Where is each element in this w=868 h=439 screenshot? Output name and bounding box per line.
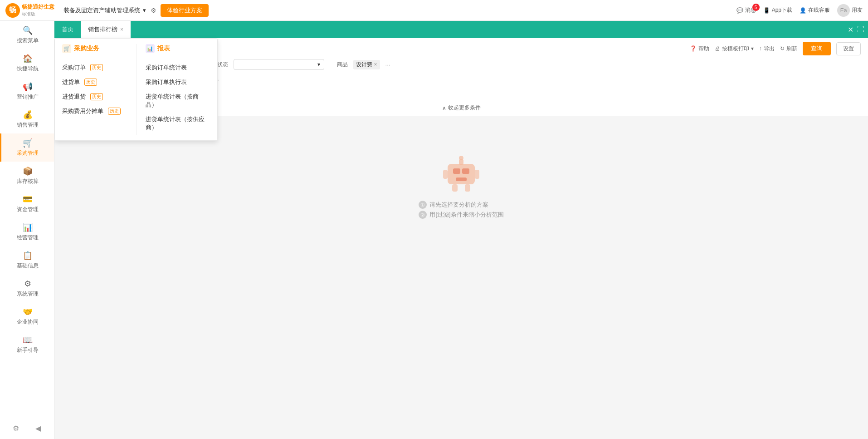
sidebar-item-label: 新手引导 bbox=[17, 346, 39, 354]
logo-text: 畅捷通好生意 标准版 bbox=[22, 4, 54, 17]
sidebar-item-purchase[interactable]: 🛒 采购管理 bbox=[0, 133, 54, 162]
user-avatar: Ea bbox=[837, 4, 850, 17]
goods-tag-close[interactable]: × bbox=[374, 61, 377, 68]
tab-home[interactable]: 首页 bbox=[54, 21, 81, 38]
svg-rect-9 bbox=[465, 184, 470, 192]
dropdown-col1-title: 🛒 采购业务 bbox=[62, 44, 127, 56]
col2-icon: 📊 bbox=[146, 44, 155, 53]
svg-rect-6 bbox=[443, 170, 448, 179]
svg-rect-8 bbox=[452, 184, 458, 192]
dropdown-item-purchase-order[interactable]: 采购订单 历史 bbox=[62, 60, 127, 75]
sidebar-settings-btn[interactable]: ⚙ bbox=[10, 422, 22, 434]
export-btn[interactable]: ↑ 导出 bbox=[759, 45, 775, 53]
tab-close-all-icon[interactable]: ✕ bbox=[848, 25, 853, 34]
sidebar-item-corp[interactable]: 🤝 企业协同 bbox=[0, 302, 54, 330]
dropdown-item-inbound[interactable]: 进货单 历史 bbox=[62, 75, 127, 89]
empty-illustration bbox=[439, 153, 484, 193]
sidebar-item-guide[interactable]: 📖 新手引导 bbox=[0, 330, 54, 359]
query-btn[interactable]: 查询 bbox=[803, 42, 831, 55]
dropdown-item-inbound-stat-goods[interactable]: 进货单统计表（按商品） bbox=[146, 89, 210, 112]
sidebar-item-marketing[interactable]: 📢 营销推广 bbox=[0, 77, 54, 105]
sidebar-item-label: 系统管理 bbox=[17, 290, 39, 298]
svg-rect-1 bbox=[453, 168, 460, 174]
print-btn[interactable]: 🖨 按模板打印 ▾ bbox=[715, 45, 754, 53]
app-download-btn[interactable]: 📱 App下载 bbox=[763, 6, 792, 14]
tab-close-btn[interactable]: × bbox=[120, 26, 123, 33]
svg-rect-2 bbox=[462, 168, 469, 174]
sidebar-item-label: 资金管理 bbox=[17, 206, 39, 213]
refresh-btn[interactable]: ↻ 刷新 bbox=[780, 45, 797, 53]
user-menu-btn[interactable]: Ea 用友 bbox=[837, 4, 863, 17]
sidebar-item-label: 营销推广 bbox=[17, 93, 39, 101]
empty-text: ① 请先选择要分析的方案 ② 用[过滤]条件来缩小分析范围 bbox=[419, 201, 503, 221]
help-btn[interactable]: ❓ 帮助 bbox=[690, 45, 709, 53]
goods-label: 商品 bbox=[337, 61, 348, 69]
online-service-btn[interactable]: 👤 在线客服 bbox=[800, 6, 830, 14]
system-dropdown-btn[interactable]: ▾ bbox=[143, 7, 146, 14]
sidebar-item-label: 销售管理 bbox=[17, 121, 39, 129]
header-system-title: 装备及固定资产辅助管理系统 ▾ ⚙ 体验行业方案 bbox=[60, 4, 736, 17]
doc-status-select[interactable]: ▾ bbox=[234, 59, 324, 70]
top-header: 畅 畅捷通好生意 标准版 装备及固定资产辅助管理系统 ▾ ⚙ 体验行业方案 💬 … bbox=[0, 0, 868, 21]
logo-main-text: 畅捷通好生意 bbox=[22, 4, 54, 11]
sidebar-item-system[interactable]: ⚙ 系统管理 bbox=[0, 274, 54, 302]
main-layout: 🔍 搜索菜单 🏠 快捷导航 📢 营销推广 💰 销售管理 🛒 采购管理 📦 库存核… bbox=[0, 21, 868, 439]
sidebar-item-base[interactable]: 📋 基础信息 bbox=[0, 246, 54, 274]
logo-icon: 畅 bbox=[5, 3, 20, 18]
sidebar-item-finance[interactable]: 💳 资金管理 bbox=[0, 190, 54, 218]
operation-icon: 📊 bbox=[23, 222, 33, 232]
logo-sub-text: 标准版 bbox=[22, 11, 54, 17]
sidebar-item-operation[interactable]: 📊 经营管理 bbox=[0, 218, 54, 246]
tab-bar-right: ✕ ⛶ bbox=[848, 25, 868, 34]
inventory-icon: 📦 bbox=[23, 166, 33, 176]
tab-expand-icon[interactable]: ⛶ bbox=[857, 25, 864, 34]
dropdown-item-inbound-stat-supplier[interactable]: 进货单统计表（按供应商） bbox=[146, 112, 210, 135]
goods-dots[interactable]: ··· bbox=[385, 61, 390, 68]
content-area: 首页 销售排行榜 × 🛒 采购业务 采购订单 历史 bbox=[54, 21, 868, 439]
col1-icon: 🛒 bbox=[62, 44, 71, 53]
dropdown-divider bbox=[136, 44, 137, 135]
corp-icon: 🤝 bbox=[23, 307, 33, 317]
finance-icon: 💳 bbox=[23, 194, 33, 204]
sidebar-item-sales[interactable]: 💰 销售管理 bbox=[0, 105, 54, 133]
sidebar-item-inventory[interactable]: 📦 库存核算 bbox=[0, 162, 54, 190]
sidebar-item-quick[interactable]: 🏠 快捷导航 bbox=[0, 49, 54, 77]
dropdown-cols: 🛒 采购业务 采购订单 历史 进货单 历史 进货退货 bbox=[55, 44, 217, 135]
sidebar-item-label: 经营管理 bbox=[17, 234, 39, 242]
system-icon: ⚙ bbox=[23, 279, 33, 289]
sidebar-item-search[interactable]: 🔍 搜索菜单 bbox=[0, 21, 54, 49]
sales-icon: 💰 bbox=[23, 110, 33, 120]
logo-area: 畅 畅捷通好生意 标准版 bbox=[5, 3, 60, 18]
sidebar: 🔍 搜索菜单 🏠 快捷导航 📢 营销推广 💰 销售管理 🛒 采购管理 📦 库存核… bbox=[0, 21, 54, 439]
settings-btn[interactable]: 设置 bbox=[836, 42, 861, 55]
marketing-icon: 📢 bbox=[23, 82, 33, 92]
dropdown-item-cost-split[interactable]: 采购费用分摊单 历史 bbox=[62, 104, 127, 118]
svg-rect-7 bbox=[475, 170, 479, 179]
tab-sales-rank[interactable]: 销售排行榜 × bbox=[81, 21, 131, 38]
purchase-dropdown-menu: 🛒 采购业务 采购订单 历史 进货单 历史 进货退货 bbox=[54, 38, 218, 141]
dropdown-col-reports: 📊 报表 采购订单统计表 采购订单执行表 进货单统计表（按商品） bbox=[138, 44, 218, 135]
svg-rect-3 bbox=[456, 178, 467, 181]
industry-btn[interactable]: 体验行业方案 bbox=[161, 4, 209, 17]
svg-point-5 bbox=[459, 156, 463, 160]
dropdown-col2-title: 📊 报表 bbox=[146, 44, 210, 56]
sidebar-item-label: 基础信息 bbox=[17, 262, 39, 270]
sidebar-item-label: 企业协同 bbox=[17, 318, 39, 326]
header-settings-icon[interactable]: ⚙ bbox=[149, 6, 158, 15]
dropdown-item-order-stat[interactable]: 采购订单统计表 bbox=[146, 60, 210, 75]
base-icon: 📋 bbox=[23, 251, 33, 261]
sidebar-item-label: 搜索菜单 bbox=[17, 37, 39, 44]
sidebar-item-label: 库存核算 bbox=[17, 178, 39, 185]
msg-btn[interactable]: 💬 消息 5 bbox=[736, 6, 756, 14]
sidebar-collapse-btn[interactable]: ◀ bbox=[32, 422, 44, 434]
dropdown-item-order-exec[interactable]: 采购订单执行表 bbox=[146, 75, 210, 89]
sidebar-item-label: 快捷导航 bbox=[17, 65, 39, 73]
svg-rect-0 bbox=[448, 164, 475, 184]
search-icon: 🔍 bbox=[23, 25, 33, 35]
guide-icon: 📖 bbox=[23, 335, 33, 345]
dropdown-col-business: 🛒 采购业务 采购订单 历史 进货单 历史 进货退货 bbox=[55, 44, 134, 135]
dropdown-item-return[interactable]: 进货退货 历史 bbox=[62, 89, 127, 104]
tab-bar: 首页 销售排行榜 × 🛒 采购业务 采购订单 历史 bbox=[54, 21, 868, 38]
header-right: 💬 消息 5 📱 App下载 👤 在线客服 Ea 用友 bbox=[736, 4, 863, 17]
sidebar-item-label: 采购管理 bbox=[17, 149, 39, 157]
